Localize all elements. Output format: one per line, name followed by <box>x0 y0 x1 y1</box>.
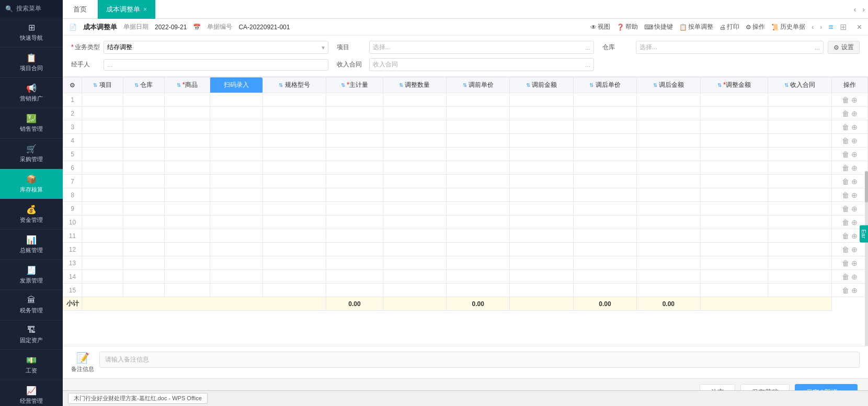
row-project[interactable] <box>82 120 123 134</box>
row-project[interactable] <box>82 107 123 120</box>
row-after-amount[interactable] <box>637 188 700 202</box>
row-before-price[interactable] <box>446 107 509 120</box>
right-edge-expand-btn[interactable]: Ear <box>860 225 868 242</box>
row-copy-btn[interactable]: ⊕ <box>851 286 858 295</box>
row-after-price[interactable] <box>573 161 636 175</box>
row-warehouse[interactable] <box>123 161 164 175</box>
row-project[interactable] <box>82 148 123 161</box>
toolbar-next-btn[interactable]: › <box>820 24 822 31</box>
row-project[interactable] <box>82 284 123 297</box>
row-unit[interactable] <box>326 93 383 107</box>
row-delete-btn[interactable]: 🗑 <box>842 245 849 254</box>
row-project[interactable] <box>82 161 123 175</box>
row-spec[interactable] <box>262 93 326 107</box>
row-adjust-amount[interactable] <box>700 243 768 256</box>
row-before-price[interactable] <box>446 270 509 284</box>
row-scan[interactable] <box>210 107 262 120</box>
warehouse-dots[interactable]: ... <box>815 44 820 51</box>
row-scan[interactable] <box>210 134 262 148</box>
sort-icon[interactable]: ⇅ <box>134 82 139 88</box>
sort-icon[interactable]: ⇅ <box>653 82 657 88</box>
row-after-price[interactable] <box>573 270 636 284</box>
row-delete-btn[interactable]: 🗑 <box>842 109 849 118</box>
row-scan[interactable] <box>210 93 262 107</box>
row-before-amount[interactable] <box>510 161 573 175</box>
row-after-amount[interactable] <box>637 284 700 297</box>
sidebar-item-inventory[interactable]: 📦 库存核算 <box>0 169 63 199</box>
row-adjust-qty[interactable] <box>383 216 446 229</box>
project-dots[interactable]: ... <box>585 44 590 51</box>
row-spec[interactable] <box>262 161 326 175</box>
sort-icon[interactable]: ⇅ <box>93 82 97 88</box>
row-project[interactable] <box>82 270 123 284</box>
row-goods[interactable] <box>164 148 210 161</box>
toolbar-actions-btn[interactable]: ⚙ 操作 <box>746 22 765 31</box>
row-after-price[interactable] <box>573 243 636 256</box>
row-adjust-qty[interactable] <box>383 229 446 243</box>
row-scan[interactable] <box>210 120 262 134</box>
row-delete-btn[interactable]: 🗑 <box>842 286 849 295</box>
row-after-amount[interactable] <box>637 161 700 175</box>
row-unit[interactable] <box>326 229 383 243</box>
income-contract-input[interactable]: 收入合同 ... <box>369 58 594 71</box>
row-scan[interactable] <box>210 148 262 161</box>
sort-icon[interactable]: ⇅ <box>341 82 345 88</box>
row-goods[interactable] <box>164 256 210 270</box>
row-copy-btn[interactable]: ⊕ <box>851 164 858 172</box>
row-scan[interactable] <box>210 188 262 202</box>
row-adjust-amount[interactable] <box>700 216 768 229</box>
row-spec[interactable] <box>262 107 326 120</box>
row-before-price[interactable] <box>446 120 509 134</box>
row-adjust-qty[interactable] <box>383 93 446 107</box>
row-after-price[interactable] <box>573 175 636 188</box>
row-goods[interactable] <box>164 243 210 256</box>
row-warehouse[interactable] <box>123 243 164 256</box>
col-settings[interactable]: ⚙ <box>63 77 82 93</box>
row-adjust-qty[interactable] <box>383 270 446 284</box>
date-calendar-icon[interactable]: 📅 <box>193 24 201 31</box>
row-delete-btn[interactable]: 🗑 <box>842 259 849 267</box>
sort-icon[interactable]: ⇅ <box>463 82 467 88</box>
row-delete-btn[interactable]: 🗑 <box>842 150 849 159</box>
row-copy-btn[interactable]: ⊕ <box>851 205 858 213</box>
row-delete-btn[interactable]: 🗑 <box>842 218 849 227</box>
sidebar-item-quick-nav[interactable]: ⊞ 快速导航 <box>0 17 63 48</box>
row-adjust-amount[interactable] <box>700 120 768 134</box>
row-goods[interactable] <box>164 134 210 148</box>
row-after-amount[interactable] <box>637 270 700 284</box>
row-copy-btn[interactable]: ⊕ <box>851 273 858 281</box>
row-adjust-amount[interactable] <box>700 175 768 188</box>
tab-cost-adjust[interactable]: 成本调整单 × <box>98 0 156 19</box>
row-goods[interactable] <box>164 120 210 134</box>
sidebar-item-sales[interactable]: 💹 销售管理 <box>0 108 63 139</box>
sort-icon[interactable]: ⇅ <box>399 82 403 88</box>
row-after-amount[interactable] <box>637 243 700 256</box>
row-before-amount[interactable] <box>510 216 573 229</box>
scrollbar-thumb[interactable] <box>865 171 868 202</box>
row-project[interactable] <box>82 134 123 148</box>
row-before-amount[interactable] <box>510 188 573 202</box>
row-income-contract[interactable] <box>768 93 831 107</box>
row-before-price[interactable] <box>446 243 509 256</box>
row-copy-btn[interactable]: ⊕ <box>851 259 858 267</box>
row-before-price[interactable] <box>446 134 509 148</box>
row-goods[interactable] <box>164 188 210 202</box>
row-before-amount[interactable] <box>510 148 573 161</box>
toolbar-print-btn[interactable]: 🖨 打印 <box>719 22 739 31</box>
row-after-price[interactable] <box>573 93 636 107</box>
row-income-contract[interactable] <box>768 216 831 229</box>
row-income-contract[interactable] <box>768 229 831 243</box>
row-before-price[interactable] <box>446 284 509 297</box>
row-after-amount[interactable] <box>637 256 700 270</box>
warehouse-input[interactable]: 选择... ... <box>636 41 824 54</box>
row-adjust-qty[interactable] <box>383 243 446 256</box>
row-adjust-qty[interactable] <box>383 148 446 161</box>
row-delete-btn[interactable]: 🗑 <box>842 273 849 281</box>
row-before-amount[interactable] <box>510 93 573 107</box>
row-after-price[interactable] <box>573 148 636 161</box>
row-before-amount[interactable] <box>510 229 573 243</box>
sort-icon[interactable]: ⇅ <box>177 82 181 88</box>
row-warehouse[interactable] <box>123 148 164 161</box>
row-delete-btn[interactable]: 🗑 <box>842 123 849 131</box>
row-delete-btn[interactable]: 🗑 <box>842 191 849 199</box>
